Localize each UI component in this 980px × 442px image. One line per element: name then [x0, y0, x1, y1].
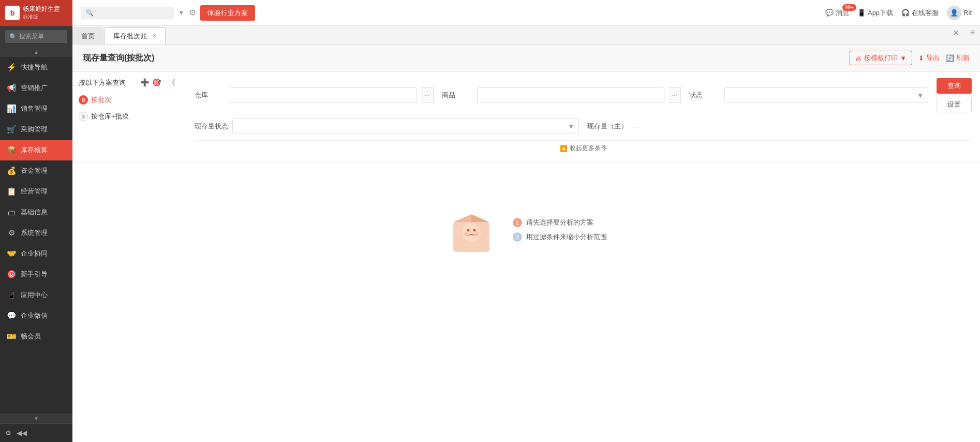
product-input[interactable] — [477, 87, 664, 103]
tab-home[interactable]: 首页 — [72, 27, 103, 44]
scheme-item-batch[interactable]: ⚙ 按批次 — [72, 92, 186, 108]
tab-inventory-batch-label: 库存批次账 — [113, 32, 147, 41]
query-btn[interactable]: 查询 — [937, 78, 972, 94]
tabbar-close-btn[interactable]: ✕ — [953, 28, 959, 38]
filter-scheme-label: 按以下方案查询 — [79, 78, 126, 87]
finance-icon: 💰 — [6, 166, 17, 175]
sidebar-item-enterprise[interactable]: 🤝 企业协同 — [0, 243, 72, 264]
filter-scheme-header: 按以下方案查询 ➕ 🎯 《 — [72, 78, 186, 92]
refresh-btn[interactable]: 🔄 刷新 — [946, 53, 970, 63]
warehouse-label: 仓库 — [195, 91, 226, 100]
search-icon: 🔍 — [9, 33, 17, 40]
sidebar-item-label: 新手引导 — [21, 270, 48, 279]
empty-state: 1 请先选择要分析的方案 2 用过滤条件来缩小分析范围 — [72, 163, 980, 297]
collapse-scheme-btn[interactable]: 《 — [164, 78, 180, 87]
stock-status-select[interactable]: ▼ — [232, 119, 579, 134]
step-num-2: 2 — [513, 232, 522, 242]
step-num-1: 1 — [513, 218, 522, 227]
sidebar-item-wechat[interactable]: 💬 企业微信 — [0, 305, 72, 326]
sidebar-item-member[interactable]: 🎫 畅会员 — [0, 326, 72, 347]
sidebar-item-appstore[interactable]: 📱 应用中心 — [0, 285, 72, 305]
sidebar-nav: ⚡ 快捷导航 📢 营销推广 📊 销售管理 🛒 采购管理 📦 库存核算 💰 资金管… — [0, 57, 72, 414]
online-service-label: 在线客服 — [912, 8, 939, 18]
svg-point-6 — [464, 232, 468, 236]
add-scheme-icon[interactable]: ➕ — [140, 78, 149, 87]
topbar-left: 🔍 ▼ ⚙ 体验行业方案 — [81, 5, 255, 21]
sidebar-item-label: 畅会员 — [21, 332, 41, 341]
app-edition: 标准版 — [23, 13, 60, 21]
scheme-label-warehouse-batch: 按仓库+批次 — [91, 112, 129, 121]
filter-collapse-row[interactable]: 🔼 收起更多条件 — [195, 140, 972, 156]
warehouse-more-btn[interactable]: ··· — [421, 87, 434, 103]
sidebar-search[interactable]: 🔍 搜索菜单 — [0, 26, 72, 47]
sidebar-item-system[interactable]: ⚙ 系统管理 — [0, 223, 72, 243]
collapse-label: 收起更多条件 — [570, 144, 607, 153]
filter-field-stock-qty: 现存量（主） — — [587, 122, 972, 131]
status-dropdown-icon: ▼ — [917, 92, 924, 99]
sidebar-item-basic[interactable]: 🗃 基础信息 — [0, 202, 72, 223]
app-download-btn[interactable]: 📱 App下载 — [857, 8, 893, 18]
tabbar-extra-btn[interactable]: ≡ — [970, 28, 975, 37]
empty-step-1: 1 请先选择要分析的方案 — [513, 218, 607, 227]
svg-marker-1 — [453, 214, 471, 222]
warehouse-input[interactable] — [230, 87, 417, 103]
member-icon: 🎫 — [6, 332, 17, 341]
avatar-placeholder: 👤 — [950, 9, 958, 17]
topbar-right: 💬 消息 99+ 📱 App下载 🎧 在线客服 👤 Rit — [825, 6, 972, 20]
message-badge: 99+ — [842, 4, 856, 11]
online-service-icon: 🎧 — [901, 9, 910, 17]
product-more-btn[interactable]: ··· — [669, 87, 681, 103]
sidebar-item-label: 快捷导航 — [21, 63, 48, 72]
sidebar-item-marketing[interactable]: 📢 营销推广 — [0, 78, 72, 98]
app-name: 畅康通好生意 — [23, 5, 60, 13]
empty-steps: 1 请先选择要分析的方案 2 用过滤条件来缩小分析范围 — [513, 218, 607, 242]
sidebar-item-sales[interactable]: 📊 销售管理 — [0, 98, 72, 119]
search-menu-input[interactable]: 🔍 搜索菜单 — [5, 30, 67, 43]
content-area: 现存量查询(按批次) 🖨 按模板打印 ▼ ⬇ 导出 🔄 刷新 — [72, 45, 980, 442]
online-service-btn[interactable]: 🎧 在线客服 — [901, 8, 939, 18]
global-search-box[interactable]: 🔍 — [81, 7, 174, 19]
sidebar-item-inventory[interactable]: 📦 库存核算 — [0, 140, 72, 160]
tab-inventory-batch-close[interactable]: ✕ — [152, 33, 157, 39]
sidebar-item-purchase[interactable]: 🛒 采购管理 — [0, 119, 72, 140]
search-dropdown-icon[interactable]: ▼ — [178, 9, 185, 17]
empty-step-2: 2 用过滤条件来缩小分析范围 — [513, 232, 607, 242]
topbar: 🔍 ▼ ⚙ 体验行业方案 💬 消息 99+ 📱 App下载 🎧 在线客服 — [72, 0, 980, 26]
tab-inventory-batch[interactable]: 库存批次账 ✕ — [105, 27, 166, 44]
empty-illustration — [446, 204, 497, 256]
sidebar-scroll-up[interactable]: ▲ — [0, 47, 72, 57]
quick-nav-icon: ⚡ — [6, 63, 17, 72]
sidebar-item-quick-nav[interactable]: ⚡ 快捷导航 — [0, 57, 72, 78]
settings-icon[interactable]: ⚙ — [5, 429, 11, 437]
topbar-gear-icon[interactable]: ⚙ — [189, 8, 196, 18]
export-btn[interactable]: ⬇ 导出 — [918, 53, 940, 63]
scheme-item-warehouse-batch[interactable]: ⚙ 按仓库+批次 — [72, 108, 186, 125]
tabbar: 首页 库存批次账 ✕ ✕ ≡ — [72, 26, 980, 45]
sidebar-item-label: 企业微信 — [21, 311, 48, 320]
global-search-input[interactable] — [97, 9, 169, 17]
trial-btn[interactable]: 体验行业方案 — [200, 5, 255, 21]
message-btn[interactable]: 💬 消息 99+ — [825, 8, 849, 18]
sidebar: b 畅康通好生意 标准版 🔍 搜索菜单 ▲ ⚡ 快捷导航 📢 营销推广 📊 销售… — [0, 0, 72, 442]
product-label: 商品 — [442, 91, 473, 100]
user-menu[interactable]: 👤 Rit — [947, 6, 972, 20]
sidebar-item-operation[interactable]: 📋 经营管理 — [0, 181, 72, 202]
settings-btn[interactable]: 设置 — [937, 97, 972, 112]
sidebar-item-label: 库存核算 — [21, 145, 48, 155]
print-btn[interactable]: 🖨 按模板打印 ▼ — [850, 51, 912, 65]
user-name: Rit — [963, 9, 972, 17]
svg-point-7 — [474, 232, 479, 236]
sidebar-item-newbie[interactable]: 🎯 新手引导 — [0, 264, 72, 285]
sidebar-scroll-down[interactable]: ▼ — [0, 414, 72, 423]
print-dropdown-icon[interactable]: ▼ — [900, 54, 907, 62]
search-menu-label: 搜索菜单 — [19, 32, 44, 41]
collapse-sidebar-icon[interactable]: ◀◀ — [17, 429, 27, 437]
svg-marker-2 — [471, 214, 489, 222]
status-select[interactable]: ▼ — [724, 87, 928, 103]
message-icon: 💬 — [825, 9, 834, 17]
sidebar-item-finance[interactable]: 💰 资金管理 — [0, 160, 72, 181]
export-label: 导出 — [926, 53, 940, 63]
settings-scheme-icon[interactable]: 🎯 — [152, 78, 161, 87]
svg-point-5 — [473, 229, 476, 232]
sidebar-item-label: 销售管理 — [21, 104, 48, 113]
